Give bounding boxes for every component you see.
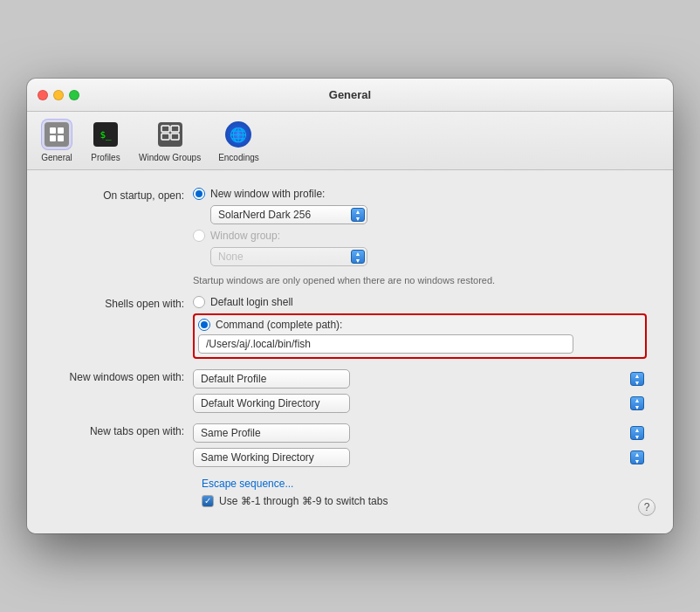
svg-rect-1 bbox=[58, 127, 64, 134]
escape-sequence-link[interactable]: Escape sequence... bbox=[202, 478, 647, 490]
startup-row: On startup, open: New window with profil… bbox=[53, 188, 647, 285]
shells-label: Shells open with: bbox=[53, 296, 193, 310]
svg-rect-3 bbox=[58, 135, 64, 141]
new-window-radio[interactable] bbox=[193, 188, 205, 200]
new-tabs-row: New tabs open with: Same Profile ▲ ▼ bbox=[53, 423, 647, 467]
new-windows-content: Default Profile ▲ ▼ Default Working Dire… bbox=[193, 369, 647, 413]
minimize-button[interactable] bbox=[53, 90, 64, 100]
titlebar: General bbox=[27, 79, 673, 112]
encodings-icon-wrapper: 🌐 bbox=[223, 119, 254, 150]
command-path-radio[interactable] bbox=[198, 319, 210, 331]
checkmark-icon: ✓ bbox=[204, 497, 211, 505]
startup-note: Startup windows are only opened when the… bbox=[193, 275, 647, 285]
window-group-select-wrapper: None ▲ ▼ bbox=[193, 247, 647, 266]
switch-tabs-row: ✓ Use ⌘-1 through ⌘-9 to switch tabs bbox=[202, 495, 647, 507]
encodings-icon: 🌐 bbox=[225, 121, 251, 148]
window-content: On startup, open: New window with profil… bbox=[27, 170, 673, 533]
window-groups-icon-wrapper bbox=[154, 119, 186, 150]
startup-label: On startup, open: bbox=[53, 188, 193, 202]
command-path-radio-row: Command (complete path): bbox=[198, 319, 642, 331]
new-windows-directory-container: Default Working Directory ▲ ▼ bbox=[193, 394, 647, 413]
nt-profile-stepper-up: ▲ bbox=[635, 427, 641, 433]
new-tabs-content: Same Profile ▲ ▼ Same Working Directory … bbox=[193, 423, 647, 467]
traffic-lights bbox=[38, 90, 79, 100]
new-tabs-profile-select[interactable]: Same Profile bbox=[193, 423, 350, 443]
new-tabs-label: New tabs open with: bbox=[53, 423, 193, 437]
general-icon-wrapper bbox=[41, 119, 72, 150]
window-groups-icon bbox=[158, 122, 182, 147]
profiles-icon-wrapper: $_ bbox=[90, 119, 121, 150]
close-button[interactable] bbox=[38, 90, 48, 100]
window-group-radio-row: Window group: bbox=[193, 230, 647, 242]
new-windows-profile-container: Default Profile ▲ ▼ bbox=[193, 369, 647, 389]
svg-rect-7 bbox=[171, 134, 179, 140]
new-tabs-directory-select[interactable]: Same Working Directory bbox=[193, 448, 350, 467]
window-group-select[interactable]: None bbox=[210, 247, 367, 266]
svg-rect-5 bbox=[171, 126, 179, 132]
nw-profile-stepper-up: ▲ bbox=[635, 373, 641, 379]
nt-profile-stepper-down: ▼ bbox=[635, 434, 641, 440]
default-login-shell-radio[interactable] bbox=[193, 296, 205, 308]
svg-rect-4 bbox=[161, 126, 169, 132]
window-group-radio[interactable] bbox=[193, 230, 205, 242]
general-label: General bbox=[41, 153, 72, 162]
profile-select-wrapper: SolarNerd Dark 256 ▲ ▼ bbox=[193, 205, 647, 224]
new-windows-profile-stepper: ▲ ▼ bbox=[630, 372, 644, 386]
nw-profile-stepper-down: ▼ bbox=[635, 380, 641, 386]
nw-dir-stepper-up: ▲ bbox=[635, 397, 641, 403]
nt-dir-stepper-up: ▲ bbox=[635, 451, 641, 457]
new-windows-dir-stepper: ▲ ▼ bbox=[630, 396, 644, 410]
tab-encodings[interactable]: 🌐 Encodings bbox=[218, 119, 259, 162]
svg-rect-6 bbox=[161, 134, 169, 140]
new-window-radio-row: New window with profile: bbox=[193, 188, 647, 200]
switch-tabs-label: Use ⌘-1 through ⌘-9 to switch tabs bbox=[219, 495, 388, 507]
new-windows-profile-select[interactable]: Default Profile bbox=[193, 369, 350, 389]
window-group-label: Window group: bbox=[210, 230, 280, 242]
profiles-label: Profiles bbox=[91, 153, 120, 162]
tab-general[interactable]: General bbox=[41, 119, 72, 162]
command-path-input[interactable] bbox=[198, 334, 573, 354]
new-windows-directory-select[interactable]: Default Working Directory bbox=[193, 394, 350, 413]
default-login-shell-row: Default login shell bbox=[193, 296, 647, 308]
shells-content: Default login shell Command (complete pa… bbox=[193, 296, 647, 359]
new-tabs-dir-stepper: ▲ ▼ bbox=[630, 450, 644, 464]
content-area: On startup, open: New window with profil… bbox=[27, 170, 673, 533]
new-windows-label: New windows open with: bbox=[53, 369, 193, 383]
shells-row: Shells open with: Default login shell Co… bbox=[53, 296, 647, 359]
new-tabs-profile-container: Same Profile ▲ ▼ bbox=[193, 423, 647, 443]
command-section: Command (complete path): bbox=[193, 313, 647, 359]
switch-tabs-checkbox[interactable]: ✓ bbox=[202, 495, 214, 507]
general-icon bbox=[45, 122, 69, 147]
maximize-button[interactable] bbox=[69, 90, 79, 100]
help-button[interactable]: ? bbox=[638, 499, 655, 516]
command-path-label: Command (complete path): bbox=[216, 319, 342, 331]
toolbar: General $_ Profiles Window Groups bbox=[27, 112, 673, 170]
main-window: General General $_ Profiles bbox=[27, 79, 673, 533]
svg-rect-2 bbox=[50, 135, 56, 141]
tab-profiles[interactable]: $_ Profiles bbox=[90, 119, 121, 162]
new-tabs-directory-container: Same Working Directory ▲ ▼ bbox=[193, 448, 647, 467]
new-tabs-profile-stepper: ▲ ▼ bbox=[630, 426, 644, 440]
startup-content: New window with profile: SolarNerd Dark … bbox=[193, 188, 647, 285]
svg-rect-0 bbox=[50, 127, 56, 134]
profile-select[interactable]: SolarNerd Dark 256 bbox=[210, 205, 367, 224]
default-login-shell-label: Default login shell bbox=[210, 296, 293, 308]
window-groups-label: Window Groups bbox=[139, 153, 201, 162]
window-title: General bbox=[329, 88, 371, 101]
nt-dir-stepper-down: ▼ bbox=[635, 458, 641, 464]
bottom-options: Escape sequence... ✓ Use ⌘-1 through ⌘-9… bbox=[53, 478, 647, 507]
window-group-select-container: None ▲ ▼ bbox=[210, 247, 367, 266]
new-windows-row: New windows open with: Default Profile ▲… bbox=[53, 369, 647, 413]
tab-window-groups[interactable]: Window Groups bbox=[139, 119, 201, 162]
encodings-label: Encodings bbox=[218, 153, 259, 162]
profiles-icon: $_ bbox=[93, 122, 118, 147]
profile-select-container: SolarNerd Dark 256 ▲ ▼ bbox=[210, 205, 367, 224]
nw-dir-stepper-down: ▼ bbox=[635, 404, 641, 410]
new-window-label: New window with profile: bbox=[210, 188, 325, 200]
